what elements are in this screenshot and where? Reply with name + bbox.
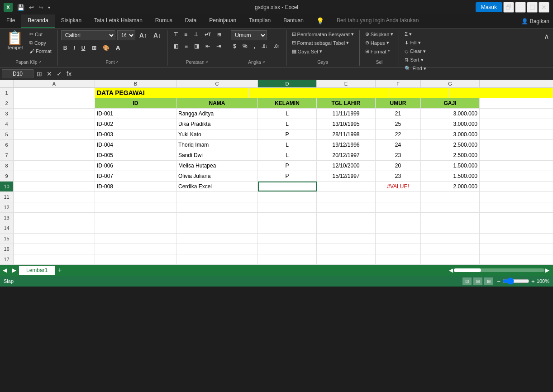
cell-a1[interactable]: [14, 88, 95, 98]
cell-a8[interactable]: [14, 161, 95, 171]
number-expand-icon[interactable]: ↗: [262, 60, 265, 64]
col-header-b[interactable]: B: [95, 80, 176, 87]
tab-search-text[interactable]: Beri tahu yang ingin Anda lakukan: [330, 14, 425, 28]
cell-c5[interactable]: Yuki Kato: [176, 129, 258, 139]
cell-e9[interactable]: 15/12/1997: [317, 171, 376, 181]
cell-a4[interactable]: [14, 119, 95, 129]
cell-c13[interactable]: [176, 213, 258, 223]
underline-button[interactable]: U: [79, 44, 88, 52]
clear-button[interactable]: ◇ Clear ▾: [403, 48, 427, 55]
autosum-button[interactable]: Σ ▾: [403, 30, 414, 38]
fill-button[interactable]: ⬇ Fill ▾: [403, 39, 422, 47]
row-num-2[interactable]: 2: [0, 98, 14, 108]
conditional-format-button[interactable]: ⊞ Pemformatan Bersyarat ▾: [290, 30, 356, 38]
cell-d7[interactable]: L: [258, 150, 317, 160]
row-num-6[interactable]: 6: [0, 140, 14, 150]
corner-header[interactable]: [0, 80, 14, 87]
scroll-left-button[interactable]: ◀: [449, 267, 453, 273]
font-size-select[interactable]: 16: [117, 30, 135, 40]
cell-b6[interactable]: ID-004: [95, 140, 176, 150]
cell-c8[interactable]: Melisa Hutapea: [176, 161, 258, 171]
font-family-select[interactable]: Calibri: [61, 30, 115, 40]
cell-d14[interactable]: [258, 223, 317, 233]
cell-e5[interactable]: 28/11/1998: [317, 129, 376, 139]
cell-b5[interactable]: ID-003: [95, 129, 176, 139]
collapse-ribbon-button[interactable]: ∧: [544, 32, 549, 41]
cell-reference-input[interactable]: [2, 69, 33, 78]
cell-c9[interactable]: Olivia Juliana: [176, 171, 258, 181]
grow-font-button[interactable]: A↑: [137, 31, 149, 40]
cell-f14[interactable]: [376, 223, 421, 233]
zoom-slider[interactable]: [502, 277, 529, 285]
cell-a11[interactable]: [14, 192, 95, 202]
bold-button[interactable]: B: [61, 44, 70, 52]
row-num-13[interactable]: 13: [0, 213, 14, 223]
cell-c11[interactable]: [176, 192, 258, 202]
format-cell-button[interactable]: ⊞ Format *: [363, 48, 391, 55]
nav-prev-sheet[interactable]: ◀: [0, 267, 10, 273]
insert-cell-button[interactable]: ⊕ Sisipkan ▾: [363, 30, 396, 38]
row-num-1[interactable]: 1: [0, 88, 14, 98]
cell-b11[interactable]: [95, 192, 176, 202]
tab-tata-letak[interactable]: Tata Letak Halaman: [88, 14, 149, 28]
tab-bantuan[interactable]: Bantuan: [277, 14, 310, 28]
cell-e17[interactable]: [317, 254, 376, 264]
expand-formula-button[interactable]: ⊞: [35, 70, 43, 77]
paste-button[interactable]: 📋 Tempel: [4, 30, 26, 51]
share-button[interactable]: 👤 Bagikan: [521, 18, 549, 24]
cell-e4[interactable]: 13/10/1995: [317, 119, 376, 129]
cell-d9[interactable]: P: [258, 171, 317, 181]
font-color-button[interactable]: A̲: [114, 44, 122, 52]
cell-g1[interactable]: [494, 88, 553, 98]
col-header-d[interactable]: D: [258, 80, 317, 87]
tab-file[interactable]: File: [0, 14, 21, 28]
col-header-g[interactable]: G: [421, 80, 480, 87]
tab-data[interactable]: Data: [179, 14, 203, 28]
delete-cell-button[interactable]: ⊖ Hapus ▾: [363, 39, 391, 47]
cell-d5[interactable]: P: [258, 129, 317, 139]
close-button[interactable]: ✕: [539, 2, 549, 13]
cell-f15[interactable]: [376, 234, 421, 244]
cell-a2[interactable]: [14, 98, 95, 108]
format-painter-button[interactable]: 🖌 Format: [28, 48, 53, 55]
cell-d13[interactable]: [258, 213, 317, 223]
cell-d12[interactable]: [258, 202, 317, 212]
save-quick-btn[interactable]: 💾: [15, 3, 26, 12]
cell-g6[interactable]: 2.500.000: [421, 140, 480, 150]
horizontal-scrollbar[interactable]: [454, 268, 544, 272]
row-num-12[interactable]: 12: [0, 202, 14, 212]
cell-e12[interactable]: [317, 202, 376, 212]
quick-access-dropdown[interactable]: ▾: [46, 4, 52, 11]
cell-c7[interactable]: Sandi Dwi: [176, 150, 258, 160]
cell-g4[interactable]: 3.000.000: [421, 119, 480, 129]
cell-e1[interactable]: [390, 88, 449, 98]
cell-a3[interactable]: [14, 109, 95, 119]
cell-g10[interactable]: 2.000.000: [421, 182, 480, 191]
col-header-a[interactable]: A: [14, 80, 95, 87]
alignment-expand-icon[interactable]: ↗: [205, 60, 208, 64]
col-header-e[interactable]: E: [317, 80, 376, 87]
shrink-font-button[interactable]: A↓: [151, 31, 163, 40]
cell-a6[interactable]: [14, 140, 95, 150]
cell-b13[interactable]: [95, 213, 176, 223]
cancel-formula-button[interactable]: ✕: [45, 70, 53, 77]
cell-g5[interactable]: 3.000.000: [421, 129, 480, 139]
cell-a10[interactable]: [14, 182, 95, 191]
cell-d15[interactable]: [258, 234, 317, 244]
cell-g12[interactable]: [421, 202, 480, 212]
cell-f16[interactable]: [376, 244, 421, 254]
cell-e2[interactable]: TGL LAHIR: [317, 98, 376, 108]
undo-quick-btn[interactable]: ↩: [27, 3, 36, 12]
cell-f1[interactable]: [449, 88, 494, 98]
cell-a17[interactable]: [14, 254, 95, 264]
increase-indent-button[interactable]: ⇥: [214, 42, 223, 50]
minimize-button[interactable]: —: [515, 2, 526, 13]
cell-c17[interactable]: [176, 254, 258, 264]
cell-e16[interactable]: [317, 244, 376, 254]
decrease-indent-button[interactable]: ⇤: [203, 42, 212, 50]
row-num-7[interactable]: 7: [0, 150, 14, 160]
cell-c10[interactable]: Cerdika Excel: [176, 182, 258, 191]
cell-d11[interactable]: [258, 192, 317, 202]
copy-button[interactable]: ⧉ Copy: [28, 39, 53, 47]
cell-b15[interactable]: [95, 234, 176, 244]
